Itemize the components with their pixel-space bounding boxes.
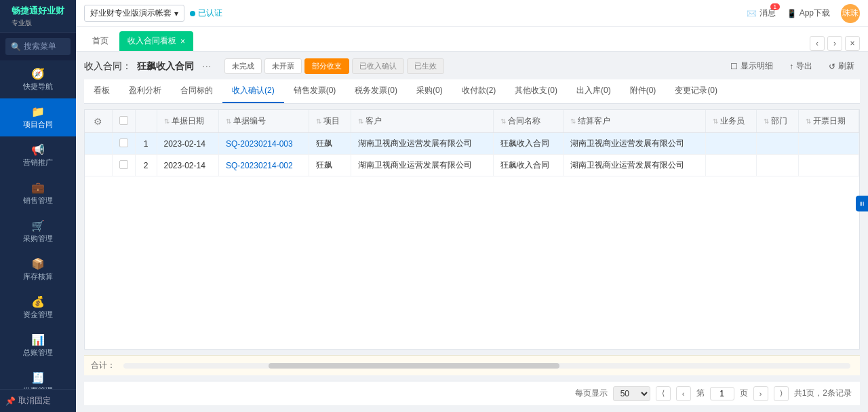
data-table-area[interactable]: ⚙ ⇅单据日期 ⇅单据编号 ⇅项目 ⇅客户 ⇅合同名称 ⇅结算客户 ⇅业务员 ⇅… — [84, 109, 860, 350]
row-number-link-0[interactable]: SQ-20230214-003 — [226, 139, 293, 149]
logo-sub: 专业版 — [12, 18, 64, 28]
th-project[interactable]: ⇅项目 — [309, 110, 351, 133]
verified-dot — [190, 11, 195, 16]
show-detail-btn[interactable]: ☐ 显示明细 — [725, 58, 778, 74]
inner-tab-6[interactable]: 采购(0) — [407, 79, 452, 103]
sidebar-item-7[interactable]: 📊总账管理 — [0, 326, 76, 364]
row-check-1[interactable] — [112, 155, 135, 176]
sidebar-item-5[interactable]: 📦库存核算 — [0, 250, 76, 288]
row-checkbox-1[interactable] — [119, 160, 128, 169]
message-btn[interactable]: ✉️ 1 消息 — [747, 7, 776, 19]
inner-tab-7[interactable]: 收付款(2) — [452, 79, 506, 103]
row-invoice-date-0 — [799, 133, 859, 155]
inner-tab-11[interactable]: 变更记录(0) — [665, 79, 727, 103]
more-options-btn[interactable]: ··· — [199, 60, 214, 73]
tab-close-btn[interactable]: × — [845, 36, 860, 51]
sort-icon: ⇅ — [570, 117, 576, 125]
th-salesman[interactable]: ⇅业务员 — [705, 110, 756, 133]
sidebar-item-6[interactable]: 💰资金管理 — [0, 288, 76, 326]
sidebar-item-8[interactable]: 🧾发票管理 — [0, 364, 76, 389]
inner-tab-1[interactable]: 盈利分析 — [119, 79, 171, 103]
table-row[interactable]: 2 2023-02-14 SQ-20230214-002 狂飙 湖南卫视商业运营… — [85, 155, 859, 176]
inner-tab-0[interactable]: 看板 — [84, 79, 119, 103]
refresh-btn[interactable]: ↺ 刷新 — [823, 58, 860, 74]
tab-income-contract[interactable]: 收入合同看板 × — [119, 31, 193, 51]
nav-icon-7: 📊 — [31, 333, 45, 346]
sidebar-item-3[interactable]: 💼销售管理 — [0, 174, 76, 212]
right-panel-icon: ≡ — [857, 201, 867, 206]
first-page-btn[interactable]: ⟨ — [656, 386, 671, 401]
sidebar-item-2[interactable]: 📢营销推广 — [0, 136, 76, 174]
active-tab-label: 收入合同看板 — [127, 35, 176, 47]
settings-gear-icon[interactable]: ⚙ — [94, 116, 102, 127]
inner-tab-9[interactable]: 出入库(0) — [567, 79, 620, 103]
show-detail-label: 显示明细 — [741, 60, 773, 72]
row-date-1: 2023-02-14 — [157, 155, 218, 176]
prev-page-btn[interactable]: ‹ — [676, 386, 691, 401]
inner-tab-3[interactable]: 收入确认(2) — [222, 79, 284, 103]
app-download-btn[interactable]: 📱 App下载 — [787, 7, 830, 19]
nav-icon-1: 📁 — [31, 105, 45, 118]
status-buttons: 未完成未开票部分收支已收入确认已生效 — [224, 58, 444, 74]
row-number-0[interactable]: SQ-20230214-003 — [218, 133, 309, 155]
tab-next-btn[interactable]: › — [827, 36, 842, 51]
th-department[interactable]: ⇅部门 — [757, 110, 799, 133]
row-salesman-0 — [705, 133, 756, 155]
sidebar-search[interactable]: 🔍 搜索菜单 — [0, 33, 76, 60]
company-selector[interactable]: 好业财专业版演示帐套 ▾ — [84, 5, 184, 22]
tab-home[interactable]: 首页 — [84, 31, 117, 51]
main-content: 好业财专业版演示帐套 ▾ 已认证 ✉️ 1 消息 📱 App下载 珠珠 首页 — [76, 0, 868, 412]
inner-tab-2[interactable]: 合同标的 — [171, 79, 222, 103]
inner-tab-10[interactable]: 附件(0) — [620, 79, 666, 103]
sidebar-bottom-pin[interactable]: 📌 取消固定 — [0, 389, 76, 412]
page-title-prefix: 收入合同： — [84, 60, 132, 73]
th-number[interactable]: ⇅单据编号 — [218, 110, 309, 133]
status-btn-3[interactable]: 已收入确认 — [352, 58, 404, 74]
search-icon: 🔍 — [11, 42, 21, 52]
row-number-1[interactable]: SQ-20230214-002 — [218, 155, 309, 176]
row-check-0[interactable] — [112, 133, 135, 155]
header-actions: ☐ 显示明细 ↑ 导出 ↺ 刷新 — [725, 58, 860, 74]
th-settle-customer[interactable]: ⇅结算客户 — [563, 110, 705, 133]
status-btn-1[interactable]: 未开票 — [264, 58, 302, 74]
status-btn-2[interactable]: 部分收支 — [304, 58, 349, 74]
row-checkbox-0[interactable] — [119, 138, 128, 147]
th-settings[interactable]: ⚙ — [85, 110, 112, 133]
status-btn-4[interactable]: 已生效 — [407, 58, 444, 74]
row-date-0: 2023-02-14 — [157, 133, 218, 155]
inner-tab-5[interactable]: 税务发票(0) — [345, 79, 407, 103]
row-number-link-1[interactable]: SQ-20230214-002 — [226, 161, 293, 170]
sidebar-item-0[interactable]: 🧭快捷导航 — [0, 60, 76, 98]
tab-prev-btn[interactable]: ‹ — [810, 36, 825, 51]
status-btn-0[interactable]: 未完成 — [224, 58, 262, 74]
tab-nav-buttons: ‹ › × — [810, 36, 860, 51]
row-invoice-date-1 — [799, 155, 859, 176]
th-customer[interactable]: ⇅客户 — [351, 110, 493, 133]
pin-label: 取消固定 — [18, 395, 51, 407]
total-info: 共1页，2条记录 — [794, 388, 852, 399]
tab-close-icon[interactable]: × — [180, 37, 185, 46]
sidebar-item-4[interactable]: 🛒采购管理 — [0, 212, 76, 250]
inner-tab-8[interactable]: 其他收支(0) — [505, 79, 567, 103]
scrollbar-thumb[interactable] — [269, 363, 559, 369]
last-page-btn[interactable]: ⟩ — [774, 386, 789, 401]
table-row[interactable]: 1 2023-02-14 SQ-20230214-003 狂飙 湖南卫视商业运营… — [85, 133, 859, 155]
inner-tab-4[interactable]: 销售发票(0) — [284, 79, 346, 103]
pagination-bar: 每页显示 50 100 200 ⟨ ‹ 第 页 › ⟩ 共1页，2条记录 — [84, 381, 860, 405]
sidebar-item-1[interactable]: 📁项目合同 — [0, 98, 76, 136]
next-page-btn[interactable]: › — [753, 386, 768, 401]
per-page-select[interactable]: 50 100 200 — [613, 386, 650, 401]
th-invoice-date[interactable]: ⇅开票日期 — [799, 110, 859, 133]
right-panel-btn[interactable]: ≡ — [856, 195, 868, 211]
horizontal-scrollbar[interactable] — [123, 363, 850, 369]
export-btn[interactable]: ↑ 导出 — [784, 58, 818, 74]
th-contract-name[interactable]: ⇅合同名称 — [493, 110, 563, 133]
th-date[interactable]: ⇅单据日期 — [157, 110, 218, 133]
user-avatar[interactable]: 珠珠 — [841, 4, 860, 23]
th-checkbox[interactable] — [112, 110, 135, 133]
nav-label-0: 快捷导航 — [23, 81, 53, 92]
page-input[interactable] — [710, 387, 734, 400]
row-settings-0 — [85, 133, 112, 155]
checkbox-icon: ☐ — [730, 62, 738, 71]
header-checkbox[interactable] — [119, 116, 128, 125]
